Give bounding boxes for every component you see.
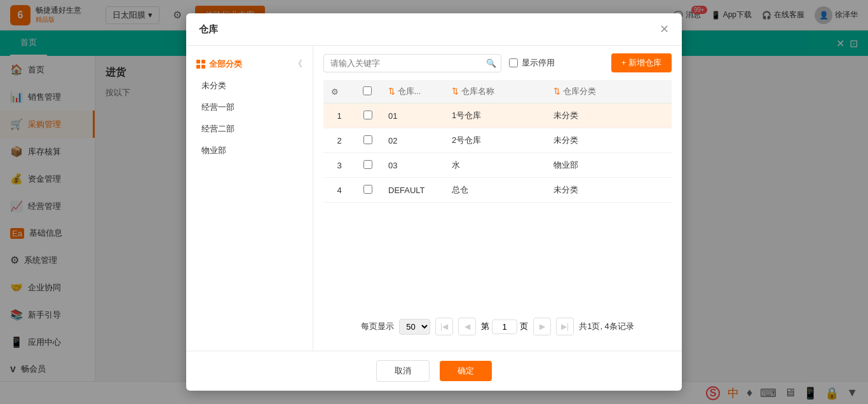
next-page-btn[interactable]: ▶ <box>533 318 551 335</box>
row-num-4: 4 <box>323 178 355 203</box>
search-input-wrap: 🔍 <box>323 54 501 72</box>
modal-body: 全部分类 《 未分类 经营一部 经营二部 物业部 🔍 显示停用 + 新增仓库 <box>186 46 682 351</box>
row-name-4: 总仓 <box>444 178 546 203</box>
modal-close-button[interactable]: ✕ <box>660 22 669 36</box>
row-checkbox-2[interactable] <box>363 135 372 144</box>
row-cat-2: 未分类 <box>546 128 672 153</box>
page-input[interactable] <box>492 320 517 334</box>
page-prefix: 第 <box>481 321 489 332</box>
row-name-1: 1号仓库 <box>444 104 546 128</box>
row-name-2: 2号仓库 <box>444 128 546 153</box>
row-checkbox-1[interactable] <box>363 111 372 119</box>
show-disabled-label: 显示停用 <box>522 57 555 69</box>
row-check-1[interactable] <box>355 104 381 128</box>
col-settings-header: ⚙ <box>323 80 355 104</box>
table-scroll: ⚙ ⇅ 仓库... ⇅ 仓库名称 <box>323 80 672 310</box>
row-cat-1: 未分类 <box>546 104 672 128</box>
row-num-1: 1 <box>323 104 355 128</box>
table-row[interactable]: 4 DEFAULT 总仓 未分类 <box>323 178 672 203</box>
show-disabled-checkbox[interactable] <box>509 58 518 67</box>
col-check-header <box>355 80 381 104</box>
page-input-wrap: 第 页 <box>481 320 528 334</box>
row-name-3: 水 <box>444 153 546 178</box>
category-item-unclassified[interactable]: 未分类 <box>186 75 313 97</box>
row-num-3: 3 <box>323 153 355 178</box>
page-size-select[interactable]: 50 <box>399 319 430 335</box>
category-all: 全部分类 <box>196 58 242 70</box>
confirm-button[interactable]: 确定 <box>440 361 492 381</box>
col-cat-header: ⇅ 仓库分类 <box>546 80 672 104</box>
table-header-row: ⚙ ⇅ 仓库... ⇅ 仓库名称 <box>323 80 672 104</box>
grid-icon <box>196 60 205 69</box>
page-total: 共1页, 4条记录 <box>579 321 634 332</box>
category-item-property[interactable]: 物业部 <box>186 140 313 161</box>
page-label: 页 <box>520 321 528 332</box>
row-check-2[interactable] <box>355 128 381 153</box>
sort-icon-name: ⇅ <box>452 86 459 96</box>
search-icon[interactable]: 🔍 <box>486 58 496 68</box>
col-name-header: ⇅ 仓库名称 <box>444 80 546 104</box>
category-item-dept1[interactable]: 经营一部 <box>186 97 313 118</box>
row-code-2: 02 <box>381 128 444 153</box>
col-code-header: ⇅ 仓库... <box>381 80 444 104</box>
row-code-3: 03 <box>381 153 444 178</box>
category-item-dept2[interactable]: 经营二部 <box>186 118 313 140</box>
show-disabled-wrap: 显示停用 <box>509 57 555 69</box>
modal-title: 仓库 <box>199 24 218 36</box>
cancel-button[interactable]: 取消 <box>376 360 430 382</box>
row-num-2: 2 <box>323 128 355 153</box>
row-cat-4: 未分类 <box>546 178 672 203</box>
sort-icon: ⇅ <box>388 86 395 96</box>
warehouse-modal: 仓库 ✕ 全部分类 《 未分类 经营一部 经营二部 物业部 <box>186 13 682 391</box>
collapse-icon[interactable]: 《 <box>294 58 302 70</box>
row-check-4[interactable] <box>355 178 381 203</box>
modal-header: 仓库 ✕ <box>186 13 682 46</box>
modal-footer: 取消 确定 <box>186 351 682 391</box>
prev-page-btn[interactable]: ◀ <box>458 318 476 335</box>
last-page-btn[interactable]: ▶| <box>556 318 574 335</box>
first-page-btn[interactable]: |◀ <box>435 318 453 335</box>
category-all-label: 全部分类 <box>209 58 242 70</box>
row-checkbox-3[interactable] <box>363 160 372 169</box>
table-row[interactable]: 3 03 水 物业部 <box>323 153 672 178</box>
warehouse-table: ⚙ ⇅ 仓库... ⇅ 仓库名称 <box>323 80 672 203</box>
category-panel: 全部分类 《 未分类 经营一部 经营二部 物业部 <box>186 46 313 351</box>
pagination: 每页显示 50 |◀ ◀ 第 页 ▶ ▶| 共1页, 4条记录 <box>323 310 672 343</box>
select-all-checkbox[interactable] <box>363 86 372 95</box>
table-row[interactable]: 1 01 1号仓库 未分类 <box>323 104 672 128</box>
table-head: ⚙ ⇅ 仓库... ⇅ 仓库名称 <box>323 80 672 104</box>
row-checkbox-4[interactable] <box>363 185 372 194</box>
table-toolbar: 🔍 显示停用 + 新增仓库 <box>323 53 672 72</box>
category-all-header[interactable]: 全部分类 《 <box>186 53 313 75</box>
add-warehouse-button[interactable]: + 新增仓库 <box>611 53 672 72</box>
row-code-4: DEFAULT <box>381 178 444 203</box>
table-row[interactable]: 2 02 2号仓库 未分类 <box>323 128 672 153</box>
page-size-label: 每页显示 <box>361 321 394 332</box>
row-check-3[interactable] <box>355 153 381 178</box>
sort-icon-cat: ⇅ <box>553 86 560 96</box>
table-panel: 🔍 显示停用 + 新增仓库 ⚙ <box>313 46 682 351</box>
search-input[interactable] <box>323 54 501 72</box>
table-body: 1 01 1号仓库 未分类 2 02 2号仓库 未分类 <box>323 104 672 203</box>
row-code-1: 01 <box>381 104 444 128</box>
row-cat-3: 物业部 <box>546 153 672 178</box>
